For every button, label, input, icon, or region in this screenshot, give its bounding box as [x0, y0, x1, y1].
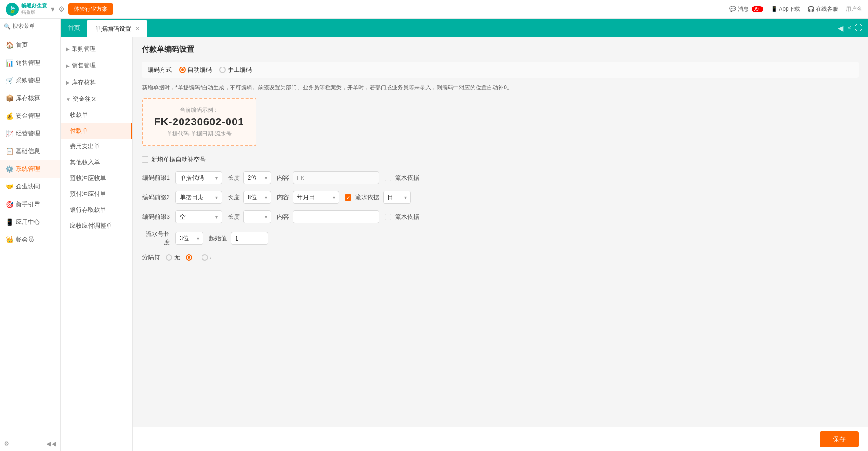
sep-dash-option[interactable]: ·: [202, 254, 212, 261]
content2-select[interactable]: 年月日 ▾: [293, 191, 339, 204]
menu-group-purchase-header[interactable]: ▶ 采购管理: [61, 41, 132, 57]
length3-select[interactable]: ▾: [243, 210, 271, 223]
chevron-down-icon6: ▾: [404, 195, 407, 200]
message-link[interactable]: 💬 消息 99+: [729, 5, 763, 13]
sidebar-item-guide[interactable]: 🎯 新手引导: [0, 195, 60, 213]
sep-none-option[interactable]: 无: [166, 253, 180, 262]
serial3-group: 流水依据: [385, 213, 419, 221]
app-download-link[interactable]: 📱 App下载: [771, 5, 800, 13]
length2-select[interactable]: 8位 ▾: [243, 191, 271, 204]
sidebar-search-area: 🔍 搜索菜单: [0, 19, 60, 34]
menu-item-bank-deposit[interactable]: 银行存取款单: [61, 202, 132, 218]
close-tab-btn[interactable]: ×: [847, 24, 851, 32]
content3-input[interactable]: [293, 210, 379, 223]
system-icon: ⚙️: [6, 165, 13, 173]
sidebar-item-sales[interactable]: 📊 销售管理: [0, 54, 60, 72]
dropdown-icon[interactable]: ▾: [51, 5, 54, 13]
brand: 🍃 畅通好生意 拓盈版: [6, 2, 47, 16]
fullscreen-btn[interactable]: ⛶: [855, 24, 862, 32]
serial-length-select[interactable]: 3位 ▾: [175, 232, 203, 245]
sidebar-item-basic[interactable]: 📋 基础信息: [0, 142, 60, 160]
search-menu-btn[interactable]: 🔍 搜索菜单: [4, 22, 56, 30]
menu-item-pre-pay[interactable]: 预付冲应付单: [61, 186, 132, 202]
collapse-tabs-btn[interactable]: ◀: [838, 24, 843, 33]
content1-input[interactable]: [293, 171, 379, 184]
sep-none-radio[interactable]: [166, 254, 172, 261]
preview-label: 当前编码示例：: [154, 106, 244, 114]
menu-group-capital-header[interactable]: ▼ 资金往来: [61, 91, 132, 107]
bottom-bar: 保存: [133, 427, 868, 451]
right-area: 首页 单据编码设置 × ◀ × ⛶ ▶ 采购管理: [61, 19, 868, 451]
serial2-checkbox[interactable]: ✓: [345, 194, 351, 201]
content-wrap: ▶ 采购管理 ▶ 销售管理 ▶ 库存核算: [61, 37, 868, 451]
topbar-left: 🍃 畅通好生意 拓盈版 ▾ ⚙ 体验行业方案: [6, 2, 113, 16]
sidebar-item-purchase[interactable]: 🛒 采购管理: [0, 72, 60, 89]
auto-encode-option[interactable]: 自动编码: [179, 66, 212, 74]
chevron-down-icon4: ▾: [265, 195, 267, 200]
main-content-area: 付款单编码设置 编码方式 自动编码 手工编码: [133, 37, 868, 451]
prefix2-label: 编码前缀2: [142, 193, 170, 202]
sep-dot-radio[interactable]: [186, 254, 192, 261]
tab-close-icon[interactable]: ×: [136, 26, 139, 32]
basic-icon: 📋: [6, 148, 13, 155]
menu-group-sales: ▶ 销售管理: [61, 58, 132, 74]
serial-length-label: 流水号长度: [142, 230, 170, 247]
settings-bottom-icon[interactable]: ⚙: [4, 440, 10, 447]
arrow-right-icon3: ▶: [66, 80, 70, 85]
tab-encode-settings[interactable]: 单据编码设置 ×: [87, 20, 147, 38]
menu-item-payment[interactable]: 付款单: [61, 123, 132, 139]
sidebar-item-apps[interactable]: 📱 应用中心: [0, 213, 60, 231]
arrow-right-icon: ▶: [66, 47, 70, 52]
manual-encode-option[interactable]: 手工编码: [219, 66, 252, 74]
main-content: 付款单编码设置 编码方式 自动编码 手工编码: [133, 37, 868, 427]
collapse-icon[interactable]: ◀◀: [46, 440, 56, 447]
info-text: 新增单据时，*单据编码*自动生成，不可编辑。前缀设置为部门、业务员等档案类，开单…: [142, 83, 859, 92]
sidebar-item-finance[interactable]: 💰 资金管理: [0, 107, 60, 125]
sidebar-item-vip[interactable]: 👑 畅会员: [0, 231, 60, 249]
chevron-down-icon3: ▾: [215, 195, 218, 200]
sidebar-item-operations[interactable]: 📈 经营管理: [0, 125, 60, 142]
auto-fill-checkbox[interactable]: [142, 156, 148, 163]
preview-code: FK-20230602-001: [154, 116, 244, 128]
sidebar-item-system[interactable]: ⚙️ 系统管理: [0, 160, 60, 178]
serial2-unit-select[interactable]: 日 ▾: [383, 191, 411, 204]
menu-group-sales-header[interactable]: ▶ 销售管理: [61, 58, 132, 74]
menu-item-receipt[interactable]: 收款单: [61, 107, 132, 123]
menu-item-pre-receive[interactable]: 预收冲应收单: [61, 170, 132, 186]
start-value-input[interactable]: [231, 232, 268, 245]
separator-options: 无 . ·: [166, 253, 211, 262]
start-value-group: 起始值: [209, 232, 268, 245]
sidebar: 🔍 搜索菜单 🏠 首页 📊 销售管理 🛒 采购管理 📦 库存核算 💰: [0, 19, 61, 451]
prefix2-select[interactable]: 单据日期 ▾: [175, 191, 222, 204]
menu-item-expense[interactable]: 费用支出单: [61, 139, 132, 155]
encode-method-row: 编码方式 自动编码 手工编码: [142, 62, 859, 78]
menu-item-other-income[interactable]: 其他收入单: [61, 155, 132, 170]
length1-group: 长度 2位 ▾: [228, 171, 271, 184]
length1-select[interactable]: 2位 ▾: [243, 171, 271, 184]
prefix3-label: 编码前缀3: [142, 213, 170, 221]
apps-icon: 📱: [6, 218, 13, 226]
sidebar-item-home[interactable]: 🏠 首页: [0, 36, 60, 54]
online-service-link[interactable]: 🎧 在线客服: [807, 5, 838, 13]
message-badge: 99+: [752, 6, 763, 12]
manual-encode-radio[interactable]: [219, 67, 226, 73]
sidebar-item-enterprise[interactable]: 🤝 企业协同: [0, 178, 60, 195]
serial1-checkbox[interactable]: [385, 175, 391, 181]
trial-button[interactable]: 体验行业方案: [68, 3, 113, 15]
prefix1-select[interactable]: 单据代码 ▾: [175, 171, 222, 184]
tab-home[interactable]: 首页: [61, 19, 87, 37]
sep-dash-radio[interactable]: [202, 254, 208, 261]
menu-group-inventory-header[interactable]: ▶ 库存核算: [61, 74, 132, 90]
user-info: 用户名: [846, 5, 862, 13]
save-button[interactable]: 保存: [820, 431, 859, 447]
chevron-down-icon: ▾: [215, 175, 218, 181]
auto-encode-radio[interactable]: [179, 67, 186, 73]
sidebar-item-inventory[interactable]: 📦 库存核算: [0, 89, 60, 107]
menu-item-adjustment[interactable]: 应收应付调整单: [61, 218, 132, 234]
settings-icon[interactable]: ⚙: [58, 5, 65, 13]
prefix3-select[interactable]: 空 ▾: [175, 210, 222, 223]
serial3-checkbox[interactable]: [385, 214, 391, 220]
inventory-icon: 📦: [6, 94, 13, 102]
preview-sub: 单据代码-单据日期-流水号: [154, 130, 244, 138]
sep-dot-option[interactable]: .: [186, 254, 196, 261]
